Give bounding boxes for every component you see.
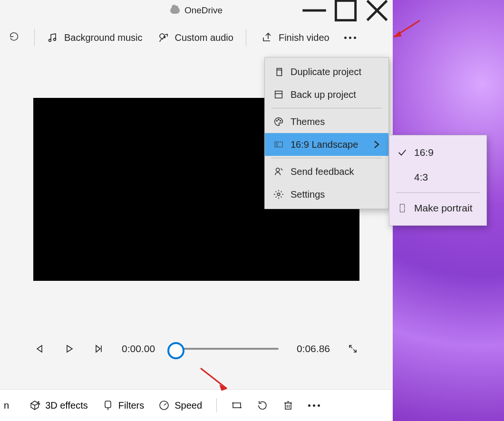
seek-thumb[interactable]	[167, 342, 184, 359]
more-options-button[interactable]	[339, 26, 362, 49]
toolbar-separator	[34, 29, 35, 46]
truncated-label: n	[0, 400, 9, 411]
svg-line-15	[31, 403, 35, 405]
menu-label: Back up project	[291, 89, 356, 100]
svg-marker-10	[96, 345, 100, 352]
3d-effects-button[interactable]: 3D effects	[29, 400, 88, 411]
seek-bar[interactable]	[173, 348, 279, 350]
duplicate-icon	[273, 67, 284, 77]
menu-send-feedback[interactable]: Send feedback	[265, 160, 388, 183]
redo-button[interactable]	[9, 32, 20, 43]
svg-point-19	[39, 403, 40, 404]
submenu-make-portrait[interactable]: Make portrait	[389, 196, 486, 220]
window-title: OneDrive	[184, 5, 223, 16]
menu-aspect-ratio[interactable]: 16:9 Landscape	[265, 133, 388, 156]
svg-point-40	[276, 168, 280, 172]
menu-divider	[271, 108, 382, 108]
background-music-label: Background music	[64, 32, 143, 43]
checkmark-icon	[397, 147, 407, 158]
menu-divider	[271, 158, 382, 158]
ellipsis-icon	[344, 37, 356, 39]
play-button[interactable]	[63, 342, 76, 355]
aspect-icon	[273, 139, 284, 150]
background-music-button[interactable]: Background music	[47, 32, 143, 43]
custom-audio-button[interactable]: Custom audio	[158, 32, 233, 43]
svg-point-41	[277, 193, 280, 196]
filters-button[interactable]: Filters	[102, 400, 144, 411]
svg-line-16	[35, 403, 39, 405]
onedrive-cloud-icon	[170, 7, 180, 14]
svg-rect-20	[105, 401, 111, 408]
maximize-button[interactable]	[330, 0, 361, 21]
total-time: 0:06.86	[297, 343, 330, 354]
menu-label: Send feedback	[291, 166, 354, 177]
current-time: 0:00.00	[122, 343, 155, 354]
menu-duplicate-project[interactable]: Duplicate project	[265, 60, 388, 83]
finish-video-label: Finish video	[279, 32, 330, 43]
svg-point-18	[38, 402, 39, 402]
submenu-label: 16:9	[414, 147, 434, 158]
menu-label: 16:9 Landscape	[291, 139, 358, 150]
toolbar: Background music Custom audio Finish vid…	[0, 21, 393, 54]
speed-button[interactable]: Speed	[158, 400, 202, 411]
menu-label: Settings	[291, 189, 325, 200]
rotate-button[interactable]	[257, 400, 268, 411]
minimize-button[interactable]	[299, 0, 330, 21]
submenu-label: 4:3	[414, 172, 428, 183]
menu-label: Themes	[291, 116, 325, 127]
aspect-ratio-submenu: 16:9 4:3 Make portrait	[389, 135, 487, 226]
svg-rect-1	[336, 0, 355, 20]
gear-icon	[273, 189, 284, 200]
svg-rect-33	[275, 91, 282, 98]
playback-controls: 0:00.00 0:06.86	[33, 337, 359, 360]
filters-label: Filters	[118, 400, 144, 411]
svg-point-35	[276, 120, 277, 121]
svg-point-37	[280, 120, 281, 121]
svg-rect-24	[233, 403, 241, 408]
delete-button[interactable]	[282, 400, 294, 411]
svg-marker-8	[37, 345, 42, 352]
svg-rect-39	[276, 143, 278, 146]
submenu-4-3[interactable]: 4:3	[389, 165, 486, 190]
svg-line-23	[164, 403, 166, 405]
svg-line-13	[353, 349, 356, 352]
speed-label: Speed	[174, 400, 202, 411]
feedback-icon	[273, 166, 284, 177]
portrait-icon	[397, 203, 407, 213]
icon-placeholder	[397, 172, 407, 182]
submenu-label: Make portrait	[414, 202, 473, 214]
svg-point-36	[278, 119, 279, 120]
svg-rect-42	[400, 204, 404, 212]
finish-video-button[interactable]: Finish video	[262, 32, 330, 43]
palette-icon	[273, 116, 284, 127]
close-button[interactable]	[361, 0, 393, 21]
toolbar-separator	[246, 29, 246, 46]
svg-rect-32	[277, 70, 281, 76]
bottom-more-button[interactable]	[308, 404, 320, 407]
previous-frame-button[interactable]	[33, 342, 47, 355]
ellipsis-icon	[308, 404, 320, 407]
custom-audio-label: Custom audio	[175, 32, 233, 43]
menu-label: Duplicate project	[291, 67, 361, 77]
backup-icon	[273, 89, 284, 100]
bottom-separator	[216, 398, 217, 412]
svg-line-12	[349, 345, 352, 348]
3d-effects-label: 3D effects	[45, 400, 88, 411]
chevron-right-icon	[371, 139, 382, 150]
svg-rect-27	[285, 403, 291, 409]
next-frame-button[interactable]	[92, 342, 106, 355]
svg-point-4	[49, 39, 51, 42]
svg-point-5	[54, 38, 56, 41]
svg-marker-9	[67, 345, 72, 352]
crop-button[interactable]	[231, 400, 242, 411]
bottom-toolbar: n 3D effects Filters Speed	[0, 389, 393, 421]
more-options-menu: Duplicate project Back up project Themes…	[264, 57, 389, 209]
menu-settings[interactable]: Settings	[265, 183, 388, 206]
menu-backup-project[interactable]: Back up project	[265, 83, 388, 106]
submenu-16-9[interactable]: 16:9	[389, 140, 486, 165]
menu-themes[interactable]: Themes	[265, 110, 388, 133]
submenu-divider	[396, 192, 480, 193]
fullscreen-button[interactable]	[346, 342, 359, 355]
titlebar: OneDrive	[0, 0, 393, 21]
